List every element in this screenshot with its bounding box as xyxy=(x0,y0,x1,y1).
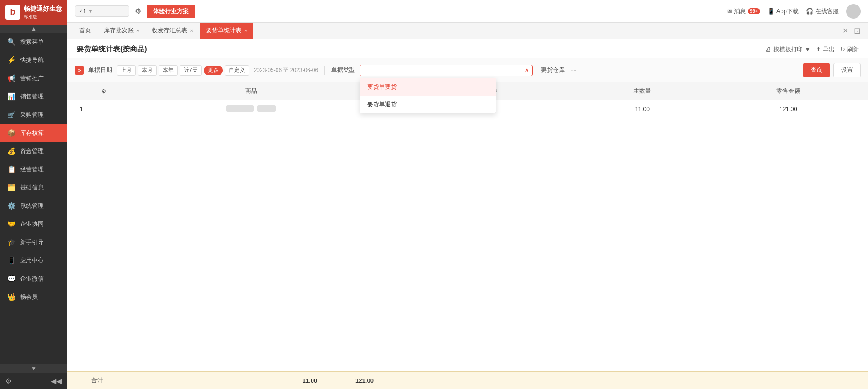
cell-product xyxy=(113,100,389,118)
type-select-input[interactable] xyxy=(360,65,533,76)
tab-summary[interactable]: 收发存汇总表 × xyxy=(145,23,199,39)
nav-label-sales: 销售管理 xyxy=(20,92,44,101)
footer-amount: 121.00 xyxy=(337,377,392,384)
col-quantity-header: 主数量 xyxy=(576,82,709,100)
store-name: 41 xyxy=(80,8,86,15)
sidebar-item-member[interactable]: 👑畅会员 xyxy=(0,288,67,306)
sidebar-item-marketing[interactable]: 📢营销推广 xyxy=(0,69,67,87)
sidebar-item-basic-info[interactable]: 🗂️基础信息 xyxy=(0,179,67,197)
tab-close-summary[interactable]: × xyxy=(190,28,193,33)
cell-settings xyxy=(95,100,113,118)
nav-icon-inventory: 📦 xyxy=(7,129,15,137)
user-avatar[interactable] xyxy=(846,4,861,19)
sidebar-item-app-center[interactable]: 📱应用中心 xyxy=(0,251,67,270)
date-last-7-days-btn[interactable]: 近7天 xyxy=(180,65,202,76)
col-settings-header[interactable]: ⚙ xyxy=(95,82,113,100)
tab-label-home: 首页 xyxy=(79,26,91,35)
filter-expand-button[interactable]: » xyxy=(75,66,84,75)
col-amount-header: 零售金额 xyxy=(709,82,868,100)
dropdown-item-1[interactable]: 要货单退货 xyxy=(360,96,496,113)
nav-label-search: 搜索菜单 xyxy=(20,38,44,46)
date-this-year-btn[interactable]: 本年 xyxy=(159,65,178,76)
topbar: 41 ▼ ⚙ 体验行业方案 ✉ 消息 99+ 📱 App下载 🎧 在线客服 xyxy=(67,0,868,23)
tab-batch[interactable]: 库存批次账 × xyxy=(98,23,145,39)
date-prev-month-btn[interactable]: 上月 xyxy=(117,65,136,76)
sidebar-item-quick-nav[interactable]: ⚡快捷导航 xyxy=(0,51,67,69)
sidebar-item-wechat[interactable]: 💬企业微信 xyxy=(0,270,67,288)
type-filter-label: 单据类型 xyxy=(331,66,355,74)
nav-label-app-center: 应用中心 xyxy=(20,256,44,265)
warehouse-filter-dots[interactable]: ··· xyxy=(571,66,577,74)
date-filter-label: 单据日期 xyxy=(88,66,112,74)
tab-home[interactable]: 首页 xyxy=(73,23,98,39)
app-download-icon: 📱 xyxy=(767,8,775,15)
table-container: ⚙ 商品 主计量单位 主数量 零售金额 1 xyxy=(67,82,868,371)
cell-quantity: 11.00 xyxy=(576,100,709,118)
refresh-icon: ↻ xyxy=(840,46,845,53)
sidebar-item-inventory[interactable]: 📦库存核算 xyxy=(0,124,67,142)
nav-icon-sales: 📊 xyxy=(7,92,15,101)
table-settings-button[interactable]: 设置 xyxy=(833,63,861,77)
sidebar-item-sales[interactable]: 📊销售管理 xyxy=(0,87,67,106)
nav-icon-enterprise: 🤝 xyxy=(7,220,15,228)
sidebar-footer: ⚙ ◀◀ xyxy=(0,373,67,389)
tab-close-order-stats[interactable]: × xyxy=(244,28,247,33)
type-select-arrow[interactable]: ∧ xyxy=(524,67,529,74)
col-product-header: 商品 xyxy=(113,82,389,100)
sidebar-item-operations[interactable]: 📋经营管理 xyxy=(0,160,67,179)
nav-label-guide: 新手引导 xyxy=(20,238,44,246)
sidebar-scroll-up[interactable]: ▲ xyxy=(0,25,67,33)
dropdown-item-0[interactable]: 要货单要货 xyxy=(360,78,496,96)
nav-label-finance: 资金管理 xyxy=(20,147,44,155)
app-download-label: App下载 xyxy=(776,7,799,15)
print-template-button[interactable]: 🖨 按模板打印 ▼ xyxy=(765,46,811,54)
nav-label-enterprise: 企业协同 xyxy=(20,220,44,228)
expand-tabs-button[interactable]: ⊡ xyxy=(852,23,863,39)
close-all-tabs-button[interactable]: ✕ xyxy=(839,23,852,39)
type-select-container: ∧ 要货单要货 要货单退货 xyxy=(360,65,533,76)
print-dropdown-icon: ▼ xyxy=(805,46,811,53)
store-dropdown-arrow: ▼ xyxy=(88,9,92,14)
online-service-item[interactable]: 🎧 在线客服 xyxy=(806,7,839,15)
topbar-gear-button[interactable]: ⚙ xyxy=(133,5,143,17)
sidebar-scroll-down[interactable]: ▼ xyxy=(0,364,67,373)
message-item[interactable]: ✉ 消息 99+ xyxy=(727,7,760,15)
tab-order-stats[interactable]: 要货单统计表 × xyxy=(200,23,253,39)
nav-icon-guide: 🎓 xyxy=(7,238,15,246)
tab-close-batch[interactable]: × xyxy=(136,28,139,33)
message-icon: ✉ xyxy=(727,8,732,15)
app-download-item[interactable]: 📱 App下载 xyxy=(767,7,799,15)
date-this-month-btn[interactable]: 本月 xyxy=(138,65,157,76)
sidebar-item-guide[interactable]: 🎓新手引导 xyxy=(0,233,67,251)
nav-label-inventory: 库存核算 xyxy=(20,129,44,137)
nav-icon-marketing: 📢 xyxy=(7,74,15,82)
nav-icon-system: ⚙️ xyxy=(7,202,15,210)
warehouse-filter-label: 要货仓库 xyxy=(541,66,565,74)
footer-quantity: 11.00 xyxy=(282,377,337,384)
tab-label-order-stats: 要货单统计表 xyxy=(206,26,241,35)
product-blur-1 xyxy=(226,105,254,112)
message-label: 消息 xyxy=(734,7,746,15)
sidebar-collapse-icon[interactable]: ◀◀ xyxy=(51,377,62,385)
date-more-btn[interactable]: 更多 xyxy=(204,66,223,75)
message-badge: 99+ xyxy=(748,8,760,14)
query-button[interactable]: 查询 xyxy=(803,63,830,77)
sidebar-item-finance[interactable]: 💰资金管理 xyxy=(0,142,67,160)
nav-label-marketing: 营销推广 xyxy=(20,74,44,82)
sidebar-header: b 畅捷通好生意 标准版 xyxy=(0,0,67,25)
sidebar-item-system[interactable]: ⚙️系统管理 xyxy=(0,197,67,215)
sidebar-item-enterprise[interactable]: 🤝企业协同 xyxy=(0,215,67,233)
sidebar-settings-icon[interactable]: ⚙ xyxy=(5,377,12,385)
date-range-display: 2023-05-06 至 2023-06-06 xyxy=(254,67,318,74)
sidebar-item-search[interactable]: 🔍搜索菜单 xyxy=(0,33,67,51)
sidebar: b 畅捷通好生意 标准版 ▲ 🔍搜索菜单⚡快捷导航📢营销推广📊销售管理🛒采购管理… xyxy=(0,0,67,389)
export-button[interactable]: ⬆ 导出 xyxy=(816,46,835,54)
refresh-button[interactable]: ↻ 刷新 xyxy=(840,46,859,54)
app-title: 畅捷通好生意 标准版 xyxy=(24,5,62,20)
nav-label-quick-nav: 快捷导航 xyxy=(20,56,44,64)
sidebar-item-purchase[interactable]: 🛒采购管理 xyxy=(0,106,67,124)
trial-industry-button[interactable]: 体验行业方案 xyxy=(147,5,195,18)
date-custom-btn[interactable]: 自定义 xyxy=(225,65,249,76)
filter-divider xyxy=(324,66,325,75)
store-selector[interactable]: 41 ▼ xyxy=(75,5,129,17)
